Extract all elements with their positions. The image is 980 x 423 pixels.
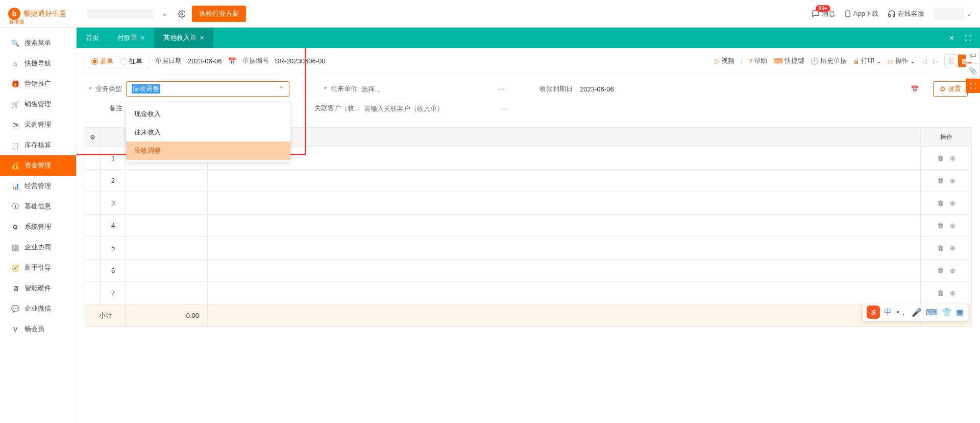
messages-button[interactable]: 99+ 消息 bbox=[812, 9, 835, 18]
expand-button[interactable]: ⛶ bbox=[966, 79, 980, 93]
calendar-icon[interactable]: 📅 bbox=[228, 57, 236, 65]
table-row[interactable]: 3 🗑 ⊕ bbox=[85, 192, 972, 215]
ime-mic-icon[interactable]: 🎤 bbox=[912, 308, 922, 317]
online-service-button[interactable]: 在线客服 bbox=[888, 9, 924, 18]
sidebar-item-search[interactable]: 🔍搜索菜单 bbox=[0, 33, 76, 53]
company-selector[interactable]: ⌄ bbox=[87, 9, 172, 19]
info-icon: ⓘ bbox=[11, 202, 19, 210]
add-icon[interactable]: ⊕ bbox=[950, 199, 955, 207]
dropdown-item[interactable]: 现金收入 bbox=[126, 105, 290, 123]
settings-column-header[interactable]: ⚙ bbox=[85, 128, 101, 147]
add-icon[interactable]: ⊕ bbox=[950, 154, 955, 162]
search-icon: 🔍 bbox=[11, 39, 19, 47]
sidebar-item-finance[interactable]: 💰资金管理 bbox=[0, 155, 76, 176]
sidebar-item-guide[interactable]: 🧭新手引导 bbox=[0, 257, 76, 278]
tag-button[interactable]: 🏷 bbox=[966, 48, 980, 62]
close-icon[interactable]: ✕ bbox=[200, 35, 204, 41]
doc-date-value[interactable]: 2023-06-06 bbox=[188, 57, 222, 65]
sidebar-item-hardware[interactable]: 🖥智能硬件 bbox=[0, 278, 76, 298]
close-icon[interactable]: ✕ bbox=[140, 35, 145, 41]
row-actions: 🗑 ⊕ bbox=[921, 282, 972, 304]
partner-input[interactable] bbox=[361, 85, 494, 93]
box-icon: ⬚ bbox=[11, 141, 19, 149]
operate-button[interactable]: ⚏操作⌄ bbox=[888, 56, 916, 65]
sidebar-item-operation[interactable]: 📊经营管理 bbox=[0, 176, 76, 196]
dropdown-item[interactable]: 往来收入 bbox=[126, 123, 290, 142]
biz-type-value: 应收调整 bbox=[132, 84, 160, 93]
delete-icon[interactable]: 🗑 bbox=[937, 267, 944, 274]
blue-doc-radio[interactable]: 蓝单 bbox=[91, 57, 113, 66]
delete-icon[interactable]: 🗑 bbox=[937, 154, 944, 162]
sidebar-item-sales[interactable]: 🛒销售管理 bbox=[0, 94, 76, 114]
list-view-button[interactable]: ☰ bbox=[945, 55, 958, 67]
biz-type-select[interactable]: 应收调整 ⌃ bbox=[126, 81, 289, 97]
app-download-button[interactable]: App下载 bbox=[844, 9, 878, 18]
remark-label: 备注 bbox=[109, 104, 122, 113]
print-icon: 🖨 bbox=[853, 57, 860, 65]
sidebar-item-system[interactable]: ⚙系统管理 bbox=[0, 217, 76, 237]
help-button[interactable]: ?帮助 bbox=[749, 56, 767, 65]
next-button[interactable]: ▷ bbox=[933, 57, 938, 65]
expand-icon[interactable]: ⛶ bbox=[962, 32, 974, 44]
tab-payment[interactable]: 付款单✕ bbox=[108, 28, 154, 48]
table-row[interactable]: 6 🗑 ⊕ bbox=[85, 260, 972, 282]
dropdown-item[interactable]: 应收调整 bbox=[126, 142, 290, 160]
user-menu[interactable]: ⌄ bbox=[934, 8, 972, 20]
delete-icon[interactable]: 🗑 bbox=[937, 222, 944, 229]
settings-button[interactable]: ⚙ 设置 bbox=[933, 81, 968, 97]
gear-icon[interactable] bbox=[178, 10, 186, 18]
sidebar-item-wechat[interactable]: 💬企业微信 bbox=[0, 298, 76, 319]
add-icon[interactable]: ⊕ bbox=[950, 244, 955, 252]
attachment-button[interactable]: 📎 bbox=[966, 63, 980, 78]
sidebar-item-member[interactable]: V畅会员 bbox=[0, 319, 76, 339]
sogou-logo-icon[interactable]: S bbox=[867, 306, 880, 319]
shortcut-button[interactable]: ⌨快捷键 bbox=[773, 56, 804, 65]
add-icon[interactable]: ⊕ bbox=[950, 289, 955, 297]
sidebar-item-basic[interactable]: ⓘ基础信息 bbox=[0, 196, 76, 217]
prev-button[interactable]: ◁ bbox=[922, 57, 927, 65]
video-button[interactable]: ▷视频 bbox=[715, 56, 734, 65]
print-button[interactable]: 🖨打印⌄ bbox=[853, 56, 881, 65]
ime-punct-icon[interactable]: •， bbox=[896, 307, 908, 318]
due-date-value[interactable]: 2023-06-06 bbox=[580, 85, 614, 93]
row-number: 1 bbox=[101, 147, 126, 170]
ime-lang[interactable]: 中 bbox=[884, 307, 892, 318]
delete-icon[interactable]: 🗑 bbox=[937, 244, 944, 252]
delete-icon[interactable]: 🗑 bbox=[937, 177, 944, 184]
sidebar-item-purchase[interactable]: 🛍采购管理 bbox=[0, 114, 76, 135]
ime-skin-icon[interactable]: 👕 bbox=[942, 308, 952, 317]
sidebar-item-nav[interactable]: ⌂快捷导航 bbox=[0, 53, 76, 74]
calendar-icon[interactable]: 📅 bbox=[911, 85, 919, 93]
red-doc-radio[interactable]: 红单 bbox=[120, 57, 142, 66]
sidebar-item-marketing[interactable]: 🎁营销推广 bbox=[0, 74, 76, 94]
chevron-down-icon: ⌄ bbox=[162, 10, 167, 17]
tab-other-income[interactable]: 其他收入单✕ bbox=[154, 28, 213, 48]
doc-type-radios: 蓝单 红单 bbox=[85, 54, 149, 69]
delete-icon[interactable]: 🗑 bbox=[937, 199, 944, 207]
related-input[interactable] bbox=[364, 105, 497, 112]
more-icon[interactable]: ⋯ bbox=[501, 105, 507, 112]
close-all-icon[interactable]: ✕ bbox=[945, 32, 958, 44]
tab-home[interactable]: 首页 bbox=[77, 28, 108, 48]
add-icon[interactable]: ⊕ bbox=[950, 267, 955, 274]
ime-keyboard-icon[interactable]: ⌨ bbox=[926, 308, 938, 317]
cta-button[interactable]: 体验行业方案 bbox=[192, 6, 246, 22]
device-icon: 🖥 bbox=[11, 284, 19, 292]
chevron-down-icon: ⌄ bbox=[966, 10, 972, 17]
play-icon: ▷ bbox=[715, 57, 720, 65]
table-row[interactable]: 7 🗑 ⊕ bbox=[85, 282, 972, 304]
more-icon[interactable]: ⋯ bbox=[498, 85, 505, 93]
table-row[interactable]: 4 🗑 ⊕ bbox=[85, 215, 972, 237]
sidebar-item-collab[interactable]: 🏢企业协同 bbox=[0, 237, 76, 257]
row-number: 5 bbox=[101, 237, 126, 260]
table-row[interactable]: 5 🗑 ⊕ bbox=[85, 237, 972, 260]
phone-icon bbox=[844, 10, 851, 18]
row-actions: 🗑 ⊕ bbox=[921, 215, 972, 237]
add-icon[interactable]: ⊕ bbox=[950, 222, 955, 229]
add-icon[interactable]: ⊕ bbox=[950, 177, 955, 184]
ime-toolbox-icon[interactable]: ▦ bbox=[956, 308, 964, 317]
delete-icon[interactable]: 🗑 bbox=[937, 289, 944, 297]
table-row[interactable]: 2 🗑 ⊕ bbox=[85, 170, 972, 192]
sidebar-item-inventory[interactable]: ⬚库存核算 bbox=[0, 135, 76, 155]
history-button[interactable]: 🕘历史单据 bbox=[811, 56, 847, 65]
